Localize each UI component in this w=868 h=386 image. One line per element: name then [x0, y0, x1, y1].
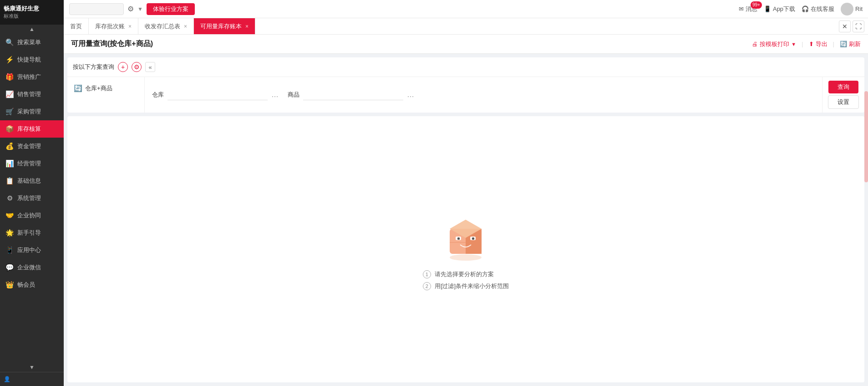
- warehouse-input[interactable]: [168, 89, 268, 100]
- tip-text-2: 用[过滤]条件来缩小分析范围: [435, 282, 509, 290]
- tab-label-available_qty: 可用量库存账本: [200, 22, 242, 31]
- sidebar-scroll-up[interactable]: ▲: [0, 25, 64, 34]
- scheme-item-icon: 🔄: [74, 84, 82, 93]
- sidebar-item-inventory_calc[interactable]: 📦库存核算: [0, 120, 64, 138]
- sidebar-header: 畅康通好生意 标准版: [0, 0, 64, 25]
- sidebar-icon-enterprise_coop: 🤝: [5, 211, 14, 220]
- sidebar-item-enterprise_coop[interactable]: 🤝企业协同: [0, 207, 64, 224]
- sidebar-item-app_center[interactable]: 📱应用中心: [0, 242, 64, 259]
- sidebar-label-search: 搜索菜单: [17, 38, 41, 46]
- sidebar-item-shortcut[interactable]: ⚡快捷导航: [0, 51, 64, 68]
- query-button[interactable]: 查询: [828, 81, 858, 93]
- sidebar-label-funds_mgmt: 资金管理: [17, 142, 41, 150]
- tab-batch_account[interactable]: 库存批次账×: [89, 18, 138, 34]
- tabbar: 首页库存批次账×收发存汇总表×可用量库存账本× ✕ ⛶: [64, 18, 868, 35]
- sidebar-item-enterprise_wechat[interactable]: 💬企业微信: [0, 259, 64, 276]
- sidebar-icon-shortcut: ⚡: [5, 56, 14, 64]
- sidebar-label-sales_mgmt: 销售管理: [17, 90, 41, 98]
- export-button[interactable]: ⬆ 导出: [809, 40, 827, 48]
- online-service-btn[interactable]: 🎧 在线客服: [802, 5, 834, 13]
- right-scrollbar[interactable]: [864, 91, 868, 182]
- print-template-button[interactable]: 🖨 按模板打印 ▼: [752, 40, 796, 48]
- action-col: 查询 设置: [822, 77, 864, 113]
- sidebar-item-member[interactable]: 👑畅会员: [0, 276, 64, 293]
- tab-home[interactable]: 首页: [64, 18, 89, 34]
- sidebar-item-sales_mgmt[interactable]: 📈销售管理: [0, 86, 64, 103]
- tab-label-home: 首页: [70, 22, 82, 31]
- user-avatar-btn[interactable]: Rit: [841, 3, 863, 15]
- tab-close-receive_summary[interactable]: ×: [184, 23, 187, 30]
- tab-available_qty[interactable]: 可用量库存账本×: [194, 18, 255, 34]
- settings-button[interactable]: 设置: [828, 95, 859, 109]
- tab-close-available_qty[interactable]: ×: [245, 23, 249, 30]
- sidebar: 畅康通好生意 标准版 ▲ 🔍搜索菜单⚡快捷导航🎁营销推广📈销售管理🛒采购管理📦库…: [0, 0, 64, 386]
- topbar: ⚙ ▼ 体验行业方案 ✉ 消息 99+ 📱 App下载 🎧 在线客服 Rit: [64, 0, 868, 18]
- scheme-add-button[interactable]: +: [118, 62, 128, 72]
- page-title: 可用量查询(按仓库+商品): [71, 39, 153, 49]
- print-chevron-icon: ▼: [791, 41, 796, 47]
- sidebar-icon-member: 👑: [5, 281, 14, 289]
- empty-state: 1 请先选择要分析的方案 2 用[过滤]条件来缩小分析范围: [67, 116, 864, 382]
- user-icon: 👤: [4, 376, 10, 382]
- scheme-setting-button[interactable]: ⚙: [132, 62, 142, 72]
- sidebar-icon-ops_mgmt: 📊: [5, 160, 14, 168]
- tab-label-batch_account: 库存批次账: [95, 22, 125, 31]
- sidebar-label-enterprise_coop: 企业协同: [17, 211, 41, 220]
- sidebar-item-basic_info[interactable]: 📋基础信息: [0, 172, 64, 190]
- sidebar-label-member: 畅会员: [17, 281, 35, 289]
- sidebar-menu: 🔍搜索菜单⚡快捷导航🎁营销推广📈销售管理🛒采购管理📦库存核算💰资金管理📊经营管理…: [0, 34, 64, 363]
- sidebar-item-sys_mgmt[interactable]: ⚙系统管理: [0, 190, 64, 207]
- gear-icon[interactable]: ⚙: [127, 5, 134, 13]
- empty-state-inner: 1 请先选择要分析的方案 2 用[过滤]条件来缩小分析范围: [423, 208, 509, 290]
- sidebar-item-ops_mgmt[interactable]: 📊经营管理: [0, 155, 64, 172]
- sidebar-icon-new_guide: 🌟: [5, 229, 14, 237]
- sidebar-item-marketing_promo[interactable]: 🎁营销推广: [0, 68, 64, 86]
- sidebar-label-basic_info: 基础信息: [17, 177, 41, 185]
- message-badge: 99+: [751, 1, 762, 9]
- scheme-item-warehouse-product[interactable]: 🔄 仓库+商品: [67, 81, 144, 96]
- query-scheme-bar: 按以下方案查询 + ⚙ «: [67, 57, 864, 77]
- trial-industry-button[interactable]: 体验行业方案: [147, 3, 195, 15]
- headset-icon: 🎧: [802, 5, 809, 12]
- tip-num-2: 2: [423, 282, 431, 290]
- scheme-collapse-button[interactable]: «: [145, 62, 155, 72]
- sidebar-item-purchase_mgmt[interactable]: 🛒采购管理: [0, 103, 64, 120]
- product-label: 商品: [288, 91, 299, 99]
- sidebar-item-search[interactable]: 🔍搜索菜单: [0, 34, 64, 51]
- user-name-label: Rit: [855, 5, 863, 12]
- sidebar-icon-basic_info: 📋: [5, 177, 14, 185]
- sidebar-scroll-down[interactable]: ▼: [0, 363, 64, 372]
- page-header-actions: 🖨 按模板打印 ▼ | ⬆ 导出 | 🔄 刷新: [752, 40, 861, 48]
- message-btn[interactable]: ✉ 消息 99+: [739, 5, 757, 13]
- svg-rect-7: [472, 237, 474, 240]
- topbar-search-input[interactable]: [69, 3, 124, 15]
- tab-receive_summary[interactable]: 收发存汇总表×: [138, 18, 194, 34]
- sidebar-icon-enterprise_wechat: 💬: [5, 263, 14, 272]
- expand-tab-button[interactable]: ⛶: [853, 21, 864, 32]
- svg-point-0: [450, 254, 482, 261]
- tip-text-1: 请先选择要分析的方案: [435, 270, 494, 278]
- app-icon: 📱: [764, 5, 771, 12]
- avatar: [841, 3, 853, 15]
- product-input[interactable]: [303, 89, 403, 100]
- warehouse-more-icon[interactable]: …: [271, 91, 279, 99]
- sidebar-label-shortcut: 快捷导航: [17, 56, 41, 64]
- print-icon: 🖨: [752, 41, 758, 47]
- scheme-label: 按以下方案查询: [73, 63, 114, 71]
- close-tab-button[interactable]: ✕: [839, 21, 851, 32]
- sidebar-item-new_guide[interactable]: 🌟新手引导: [0, 224, 64, 242]
- topbar-chevron[interactable]: ▼: [137, 6, 143, 12]
- scheme-item-label: 仓库+商品: [85, 84, 112, 93]
- tab-close-batch_account[interactable]: ×: [128, 23, 132, 30]
- sidebar-item-funds_mgmt[interactable]: 💰资金管理: [0, 138, 64, 155]
- app-download-btn[interactable]: 📱 App下载: [764, 5, 795, 13]
- refresh-button[interactable]: 🔄 刷新: [840, 40, 861, 48]
- product-more-icon[interactable]: …: [407, 91, 414, 99]
- company-name: 畅康通好生意: [4, 5, 60, 13]
- sidebar-label-new_guide: 新手引导: [17, 229, 41, 237]
- topbar-right: ✉ 消息 99+ 📱 App下载 🎧 在线客服 Rit: [739, 3, 863, 15]
- empty-tip-1: 1 请先选择要分析的方案: [423, 270, 509, 278]
- sidebar-label-purchase_mgmt: 采购管理: [17, 108, 41, 116]
- svg-rect-6: [457, 237, 460, 240]
- sidebar-label-marketing_promo: 营销推广: [17, 73, 41, 81]
